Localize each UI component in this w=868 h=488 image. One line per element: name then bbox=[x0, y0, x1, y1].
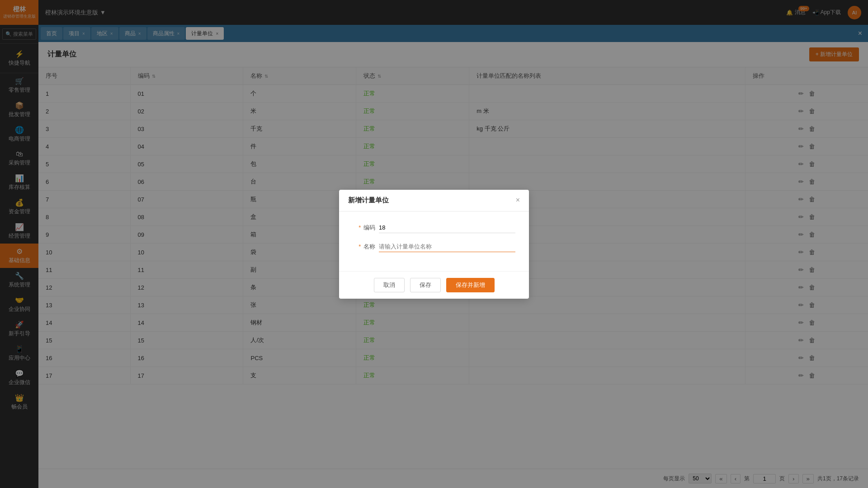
name-input[interactable] bbox=[379, 241, 515, 252]
modal-body: * 编码 * 名称 bbox=[339, 211, 529, 271]
modal-footer: 取消 保存 保存并新增 bbox=[339, 271, 529, 299]
cancel-button[interactable]: 取消 bbox=[374, 278, 405, 292]
modal-title: 新增计量单位 bbox=[348, 196, 389, 205]
required-indicator: * bbox=[359, 224, 361, 231]
required-indicator-name: * bbox=[359, 243, 361, 250]
form-name-label: * 名称 bbox=[353, 243, 375, 251]
modal-close-button[interactable]: × bbox=[516, 197, 520, 204]
save-button[interactable]: 保存 bbox=[410, 278, 441, 292]
form-row-name: * 名称 bbox=[353, 241, 515, 252]
modal-overlay: 新增计量单位 × * 编码 * 名称 取消 保存 保存并新增 bbox=[0, 0, 868, 488]
add-unit-modal: 新增计量单位 × * 编码 * 名称 取消 保存 保存并新增 bbox=[339, 190, 529, 299]
code-input[interactable] bbox=[379, 222, 515, 233]
save-new-button[interactable]: 保存并新增 bbox=[446, 278, 495, 292]
form-row-code: * 编码 bbox=[353, 222, 515, 233]
form-code-label: * 编码 bbox=[353, 224, 375, 232]
modal-header: 新增计量单位 × bbox=[339, 190, 529, 211]
